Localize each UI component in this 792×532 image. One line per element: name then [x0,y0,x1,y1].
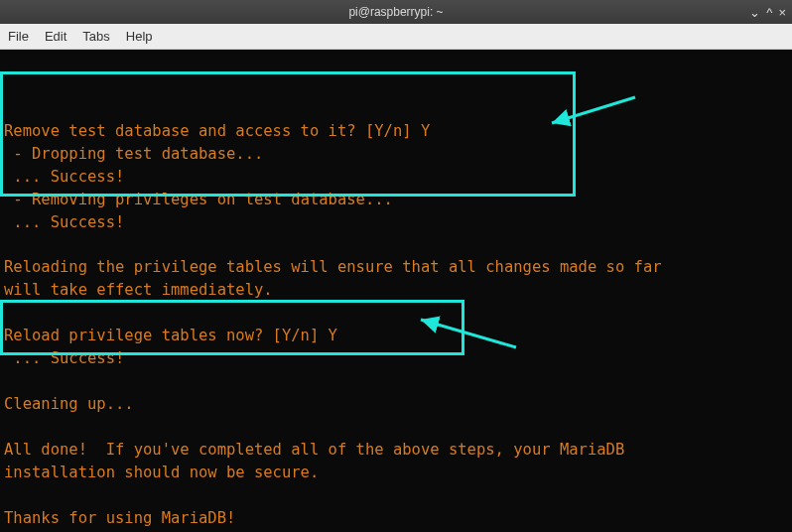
terminal-line [4,484,788,507]
terminal-line: Reload privilege tables now? [Y/n] Y [4,325,788,347]
menu-tabs[interactable]: Tabs [82,29,109,44]
titlebar-controls: ⌄ ^ × [749,6,786,19]
terminal-line: All done! If you've completed all of the… [4,439,788,462]
terminal-line [4,97,788,120]
titlebar: pi@raspberrypi: ~ ⌄ ^ × [0,0,792,24]
menubar: File Edit Tabs Help [0,24,792,50]
close-button[interactable]: × [778,6,786,19]
app-window: pi@raspberrypi: ~ ⌄ ^ × File Edit Tabs H… [0,0,792,532]
terminal-line: Reloading the privilege tables will ensu… [4,256,788,279]
minimize-button[interactable]: ⌄ [749,6,760,19]
terminal-line: ... Success! [4,166,788,189]
terminal-line [4,370,788,393]
terminal[interactable]: Remove test database and access to it? [… [0,50,792,532]
terminal-line: ... Success! [4,211,788,234]
menu-file[interactable]: File [8,29,29,44]
terminal-line [4,302,788,325]
window-title: pi@raspberrypi: ~ [348,5,443,19]
terminal-line: Thanks for using MariaDB! [4,507,788,530]
menu-help[interactable]: Help [126,29,153,44]
menu-edit[interactable]: Edit [45,29,66,44]
terminal-line: will take effect immediately. [4,279,788,302]
maximize-button[interactable]: ^ [766,6,772,19]
terminal-line: Cleaning up... [4,393,788,416]
terminal-line: - Dropping test database... [4,143,788,166]
terminal-line: Remove test database and access to it? [… [4,120,788,143]
terminal-line: - Removing privileges on test database..… [4,189,788,211]
terminal-line [4,234,788,257]
terminal-line [4,416,788,439]
terminal-line: ... Success! [4,347,788,370]
terminal-line: installation should now be secure. [4,462,788,484]
